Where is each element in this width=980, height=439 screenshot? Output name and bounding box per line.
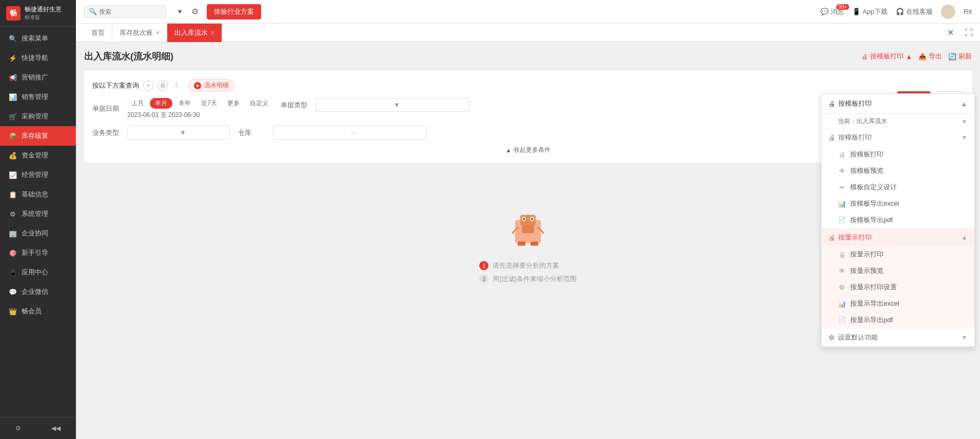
date-btn-last-month[interactable]: 上月 [127,98,148,109]
display-preview-item[interactable]: 👁 按显示预览 [821,263,974,279]
display-export-pdf-item[interactable]: 📄 按显示导出pdf [821,312,974,328]
print-dropdown-panel: 🖨 按模板打印 ▲ 当前：出入库流水 ▼ 🖨 按模板打印 [821,93,975,347]
filter-warehouse-select[interactable]: ··· [273,126,427,139]
display-print-item[interactable]: 🖨 按显示打印 [821,246,974,263]
sidebar-label-purchase: 采购管理 [22,112,48,121]
dropdown-panel-close-arrow[interactable]: ▲ [961,100,967,108]
filter-doctype-select[interactable]: ▼ [316,98,469,112]
filter-settings-btn[interactable]: ⚙ [158,81,168,91]
filter-add-btn[interactable]: + [143,81,153,91]
msg-badge: 99+ [836,4,849,10]
print-btn[interactable]: 🖨 按模板打印 ▲ [861,52,912,61]
template-print-section-header[interactable]: 🖨 按模板打印 ▼ [821,129,974,146]
display-print-icon: 🖨 [829,234,835,242]
dropdown-current-item[interactable]: 当前：出入库流水 ▼ [821,114,974,129]
refresh-btn[interactable]: 🔄 刷新 [948,52,972,61]
search-dropdown-icon[interactable]: ▼ [177,8,183,15]
sidebar-item-marketing[interactable]: 📢营销推广 [0,68,76,87]
logo-text: 畅捷通好生意 标准版 [25,5,62,21]
date-btn-custom[interactable]: 自定义 [246,98,272,109]
sidebar-item-member[interactable]: 👑畅会员 [0,302,76,321]
sidebar-item-wechat[interactable]: 💬企业微信 [0,282,76,302]
filter-collapse-icon[interactable]: 《 [172,81,178,90]
tab-in-out-flow-label: 出入库流水 [174,28,208,37]
search-input[interactable] [99,8,162,15]
filter-business-type-select[interactable]: ▼ [127,126,230,139]
header-service-btn[interactable]: 🎧 在线客服 [896,7,933,16]
print-icon: 🖨 [861,53,868,61]
empty-step-1: 1 请先选择要分析的方案 [479,261,576,270]
print-panel-icon: 🖨 [829,100,835,108]
tab-batch-account-close[interactable]: × [156,29,160,36]
filter-doctype-label: 单据类型 [281,101,311,110]
template-print-item-1[interactable]: 🖨 按模板打印 [821,146,974,163]
template-print-section-title: 🖨 按模板打印 [829,133,872,142]
sidebar-icon-purchase: 🛒 [8,112,17,121]
sidebar-settings-btn[interactable]: ⚙ [12,422,24,435]
tab-home[interactable]: 首页 [84,24,112,42]
sidebar-item-enterprise[interactable]: 🏢企业协同 [0,224,76,243]
tab-close-all-btn[interactable]: ✕ [943,26,957,40]
header-msg-btn[interactable]: 💬 消息 99+ [820,7,844,16]
template-export-pdf-item[interactable]: 📄 按模板导出pdf [821,212,974,228]
sidebar-label-marketing: 营销推广 [22,73,48,82]
template-design-item[interactable]: ✏ 模板自定义设计 [821,179,974,195]
tab-home-label: 首页 [91,28,105,37]
sidebar-label-finance: 资金管理 [22,151,48,160]
sidebar-icon-system: ⚙ [8,209,17,218]
display-print-settings-item[interactable]: ⚙ 按显示打印设置 [821,279,974,295]
sidebar-item-operations[interactable]: 📈经营管理 [0,165,76,185]
date-btn-more[interactable]: 更多 [223,98,244,109]
display-print-section-header[interactable]: 🖨 按显示打印 ▲ [821,229,974,246]
warehouse-more-icon[interactable]: ··· [351,129,421,136]
template-preview-item[interactable]: 👁 按模板预览 [821,163,974,179]
template-export-excel-icon: 📊 [838,199,846,208]
sidebar-icon-basic: 📋 [8,190,17,199]
step-num-1: 1 [479,261,488,270]
sidebar-label-guide: 新手引导 [22,248,48,257]
date-btn-this-year[interactable]: 本年 [174,98,195,109]
sidebar: 畅 畅捷通好生意 标准版 🔍搜索菜单⚡快捷导航📢营销推广📊销售管理🛒采购管理📦库… [0,0,76,439]
sidebar-item-system[interactable]: ⚙系统管理 [0,204,76,224]
date-btn-this-month[interactable]: 本月 [150,98,172,109]
sidebar-item-basic[interactable]: 📋基础信息 [0,185,76,204]
svg-point-4 [523,218,525,220]
header-gear-icon[interactable]: ⚙ [191,7,199,16]
display-print-section: 🖨 按显示打印 ▲ 🖨 按显示打印 👁 按显示预览 ⚙ [821,229,974,329]
sidebar-icon-enterprise: 🏢 [8,229,17,238]
main-content: 🔍 ▼ ⚙ 体验行业方案 💬 消息 99+ 📱 App下载 🎧 在 [76,0,980,439]
filter-date-field: 单据日期 上月 本月 本年 近7天 更多 自定义 2023-06-01 至 20… [92,98,272,119]
sidebar-collapse-btn[interactable]: ◀◀ [48,422,64,435]
sidebar-item-apps[interactable]: 📱应用中心 [0,263,76,282]
default-func-section-header[interactable]: ⚙ 设置默认功能 ▼ [821,329,974,346]
filter-business-type-label: 业务类型 [92,128,123,137]
filter-tag-flowdetail[interactable]: ★ 流水明细 [188,79,234,92]
filter-tag-icon: ★ [194,82,201,89]
tab-in-out-flow[interactable]: 出入库流水 × [167,24,222,42]
sidebar-label-enterprise: 企业协同 [22,229,48,238]
sidebar-item-inventory[interactable]: 📦库存核算 [0,126,76,146]
tab-in-out-flow-close[interactable]: × [211,29,214,36]
display-print-section-title: 🖨 按显示打印 [829,233,872,242]
sidebar-item-search[interactable]: 🔍搜索菜单 [0,29,76,48]
export-btn[interactable]: 📤 导出 [918,52,942,61]
sidebar-item-finance[interactable]: 💰资金管理 [0,146,76,165]
page-title-row: 出入库流水(流水明细) 🖨 按模板打印 ▲ 📤 导出 🔄 刷新 [84,50,972,63]
avatar[interactable] [941,5,955,19]
trial-btn[interactable]: 体验行业方案 [207,4,261,19]
template-export-excel-item[interactable]: 📊 按模板导出excel [821,195,974,212]
template-export-pdf-icon: 📄 [838,216,846,224]
date-btn-7days[interactable]: 近7天 [197,98,221,109]
tab-batch-account[interactable]: 库存批次账 × [112,24,167,42]
header-app-btn[interactable]: 📱 App下载 [852,7,888,16]
tab-maximize-btn[interactable]: ⛶ [962,26,976,40]
display-export-excel-item[interactable]: 📊 按显示导出excel [821,295,974,312]
header-right: 💬 消息 99+ 📱 App下载 🎧 在线客服 Rit [820,5,972,19]
default-func-icon: ⚙ [829,334,835,342]
sidebar-item-guide[interactable]: 🎯新手引导 [0,243,76,263]
sidebar-item-purchase[interactable]: 🛒采购管理 [0,107,76,126]
username-label[interactable]: Rit [964,8,972,15]
sidebar-item-quick-nav[interactable]: ⚡快捷导航 [0,48,76,68]
sidebar-item-sales[interactable]: 📊销售管理 [0,87,76,107]
header-search-box[interactable]: 🔍 [84,5,166,18]
